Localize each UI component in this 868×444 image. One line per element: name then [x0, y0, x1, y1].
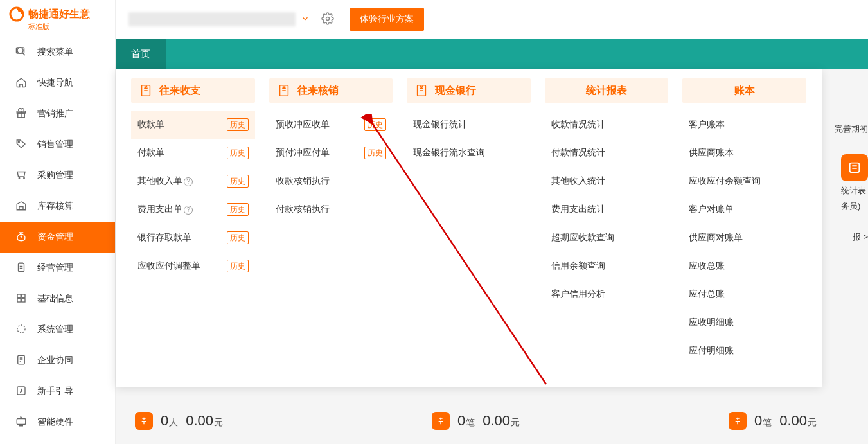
mega-item-0-4[interactable]: 银行存取款单历史 — [131, 224, 255, 252]
org-selector[interactable] — [128, 12, 310, 26]
stat-amount: 0.00元 — [483, 413, 520, 429]
mega-item-3-6[interactable]: 客户信用分析 — [545, 280, 669, 308]
sidebar-item-label: 新手引导 — [37, 386, 73, 397]
history-badge[interactable]: 历史 — [227, 203, 249, 216]
mega-item-4-5[interactable]: 应收总账 — [682, 252, 806, 280]
sidebar-item-label: 库存核算 — [37, 200, 73, 212]
sidebar-item-0[interactable]: 搜索菜单 — [0, 37, 115, 67]
tabbar: 首页 — [116, 39, 868, 69]
history-badge[interactable]: 历史 — [227, 147, 249, 159]
mega-item-label: 费用支出统计 — [551, 204, 605, 215]
svg-rect-15 — [17, 419, 26, 425]
help-icon[interactable]: ? — [184, 177, 193, 186]
tab-home[interactable]: 首页 — [116, 39, 166, 69]
rail-hint-1: 完善期初 — [835, 123, 868, 135]
sidebar-item-3[interactable]: 销售管理 — [0, 129, 115, 160]
history-badge[interactable]: 历史 — [227, 260, 249, 272]
svg-rect-11 — [22, 299, 25, 302]
sidebar-item-9[interactable]: 系统管理 — [0, 314, 115, 345]
sidebar-item-label: 营销推广 — [37, 108, 73, 120]
money-bag-icon — [15, 231, 28, 244]
history-badge[interactable]: 历史 — [227, 175, 249, 188]
mega-item-0-0[interactable]: 收款单历史 — [131, 111, 255, 139]
grid-icon — [15, 292, 28, 305]
mega-item-4-7[interactable]: 应收明细账 — [682, 308, 806, 337]
stat-icon — [432, 412, 450, 430]
help-icon[interactable]: ? — [184, 206, 193, 215]
mega-item-2-0[interactable]: 现金银行统计 — [407, 111, 531, 139]
sidebar-item-2[interactable]: 营销推广 — [0, 98, 115, 129]
sidebar-item-11[interactable]: 新手引导 — [0, 376, 115, 407]
gear-icon[interactable] — [321, 12, 334, 27]
sidebar-item-12[interactable]: 智能硬件 — [0, 407, 115, 438]
doc-icon — [277, 84, 291, 98]
sidebar-item-label: 系统管理 — [37, 324, 73, 335]
cta-button[interactable]: 体验行业方案 — [350, 8, 424, 31]
sidebar-item-10[interactable]: 企业协同 — [0, 345, 115, 376]
sidebar-item-8[interactable]: 基础信息 — [0, 283, 115, 314]
history-badge[interactable]: 历史 — [364, 147, 386, 159]
mega-col-title: 现金银行 — [435, 84, 476, 98]
doc-icon — [139, 84, 153, 98]
sidebar-item-label: 销售管理 — [37, 139, 73, 150]
mega-item-1-2[interactable]: 收款核销执行 — [269, 167, 393, 195]
mega-col-head-2: 现金银行 — [407, 78, 531, 103]
sidebar-item-1[interactable]: 快捷导航 — [0, 67, 115, 98]
svg-point-1 — [18, 9, 21, 12]
mega-item-3-5[interactable]: 信用余额查询 — [545, 252, 669, 280]
mega-item-0-1[interactable]: 付款单历史 — [131, 139, 255, 167]
svg-point-12 — [17, 325, 25, 333]
sidebar-item-label: 资金管理 — [37, 231, 73, 243]
mega-item-1-1[interactable]: 预付冲应付单历史 — [269, 139, 393, 167]
mega-item-4-6[interactable]: 应付总账 — [682, 280, 806, 308]
mega-col-head-1: 往来核销 — [269, 78, 393, 103]
stat-amount: 0.00元 — [779, 413, 817, 429]
mega-col-title: 账本 — [734, 84, 755, 98]
mega-item-label: 费用支出单? — [137, 204, 193, 215]
history-badge[interactable]: 历史 — [227, 231, 249, 244]
mega-item-4-1[interactable]: 供应商账本 — [682, 139, 806, 167]
sidebar-item-5[interactable]: 库存核算 — [0, 191, 115, 222]
mega-item-label: 收款情况统计 — [551, 119, 605, 130]
svg-rect-7 — [19, 263, 24, 272]
sidebar-item-6[interactable]: 资金管理 — [0, 222, 115, 253]
mega-item-1-3[interactable]: 付款核销执行 — [269, 195, 393, 224]
rail-shortcut-icon[interactable] — [841, 154, 868, 181]
mega-item-4-2[interactable]: 应收应付余额查询 — [682, 167, 806, 195]
sidebar-item-label: 采购管理 — [37, 170, 73, 181]
sidebar-item-4[interactable]: 采购管理 — [0, 160, 115, 191]
history-badge[interactable]: 历史 — [364, 118, 386, 131]
doc-icon — [414, 84, 429, 98]
mega-item-4-0[interactable]: 客户账本 — [682, 111, 806, 139]
mega-item-2-1[interactable]: 现金银行流水查询 — [407, 139, 531, 167]
rail-hint-4[interactable]: 报 > — [853, 231, 868, 243]
mega-item-label: 预付冲应付单 — [276, 147, 330, 159]
mega-item-label: 信用余额查询 — [551, 260, 605, 272]
mega-item-label: 现金银行统计 — [413, 119, 467, 130]
mega-item-3-2[interactable]: 其他收入统计 — [545, 167, 669, 195]
stat-2: 0笔0.00元 — [729, 412, 817, 430]
compass-icon — [15, 385, 28, 398]
brand-name: 畅捷通好生意 — [28, 8, 90, 21]
history-badge[interactable]: 历史 — [227, 118, 249, 131]
mega-item-3-3[interactable]: 费用支出统计 — [545, 195, 669, 224]
mega-item-0-5[interactable]: 应收应付调整单历史 — [131, 252, 255, 280]
mega-item-1-0[interactable]: 预收冲应收单历史 — [269, 111, 393, 139]
search-icon — [15, 46, 28, 58]
mega-item-3-1[interactable]: 付款情况统计 — [545, 139, 669, 167]
mega-col-title: 往来收支 — [159, 84, 200, 98]
mega-item-3-4[interactable]: 超期应收款查询 — [545, 224, 669, 252]
mega-item-4-4[interactable]: 供应商对账单 — [682, 224, 806, 252]
note-icon — [15, 354, 28, 367]
rail-hint-2: 统计表 — [841, 185, 868, 197]
mega-item-label: 应收明细账 — [689, 317, 734, 328]
mega-item-4-3[interactable]: 客户对账单 — [682, 195, 806, 224]
rail-hint-3: 务员) — [841, 200, 868, 212]
gift-icon — [15, 107, 28, 120]
mega-item-3-0[interactable]: 收款情况统计 — [545, 111, 669, 139]
mega-item-0-2[interactable]: 其他收入单?历史 — [131, 167, 255, 195]
mega-item-4-8[interactable]: 应付明细账 — [682, 337, 806, 365]
mega-item-0-3[interactable]: 费用支出单?历史 — [131, 195, 255, 224]
sidebar-item-7[interactable]: 经营管理 — [0, 253, 115, 283]
svg-point-6 — [18, 141, 19, 143]
